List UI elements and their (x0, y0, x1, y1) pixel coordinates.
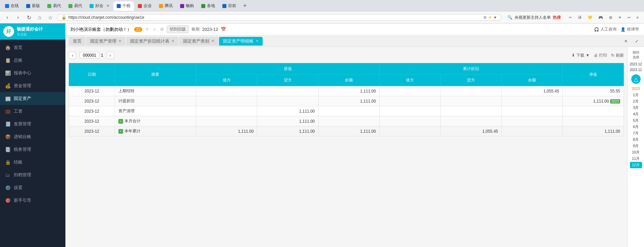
support-button[interactable]: 🎧 人工咨询 (594, 26, 616, 32)
month-item-6[interactable]: 6月 (630, 124, 642, 130)
month-item-7[interactable]: 7月 (630, 130, 642, 136)
month-item-4[interactable]: 4月 (630, 111, 642, 117)
add-icon[interactable]: + (153, 27, 156, 32)
sidebar-item-invoice[interactable]: 🧾 发票管理 (0, 118, 65, 130)
brightness-tool[interactable]: ☀ (616, 15, 624, 20)
page-tab-asset_category[interactable]: 固定资产类别✕ (179, 37, 218, 46)
menu-tool[interactable]: ≡ (635, 15, 641, 20)
browser-tab-tab11[interactable]: 目前 (219, 1, 239, 11)
app-icon: 好 (3, 26, 14, 37)
nav-label-reports: 报表中心 (14, 70, 31, 76)
sidebar-item-archive[interactable]: 🗂 归档管理 (0, 169, 65, 181)
search-bar[interactable]: 🔍 央视更新主持人名单 热搜 (507, 15, 561, 20)
orig-debit (196, 86, 257, 96)
translate-tool[interactable]: 译 (576, 14, 584, 21)
period-date1[interactable]: 2023.12 (630, 62, 642, 67)
row-date: 2023-12 (69, 86, 115, 96)
page-tab-depreciation_stats[interactable]: 固定资产折旧统计表✕ (126, 37, 178, 46)
orig-credit: 1,111.00 (257, 106, 318, 116)
scissors-tool[interactable]: ✂ (567, 15, 574, 20)
download-button[interactable]: ⬇ 下载 ▼ (572, 53, 590, 58)
sidebar-item-close[interactable]: 🔒 结账 (0, 156, 65, 169)
net-value-header: 净值 (562, 63, 624, 86)
month-item-12[interactable]: 12月 (630, 162, 642, 168)
month-item-1[interactable]: 1月 (630, 92, 642, 98)
sidebar-item-reports[interactable]: 📊 报表中心 (0, 67, 65, 79)
page-tab-fixed_asset_mgmt[interactable]: 固定资产管理✕ (86, 37, 125, 46)
original-value-header: 原值 (196, 63, 379, 75)
browser-tab-tab3[interactable]: 易代 (44, 1, 64, 11)
acc-debit (379, 126, 440, 136)
scroll-up-button[interactable]: △ (631, 74, 641, 84)
browser-tab-tab8[interactable]: 腾讯 (156, 1, 176, 11)
orig-balance (318, 116, 379, 126)
nav-icon-close: 🔒 (5, 160, 10, 165)
page-tab-home[interactable]: 首页 (69, 37, 86, 46)
month-item-10[interactable]: 10月 (630, 149, 642, 156)
sidebar-item-fixed_assets[interactable]: 🏢 固定资产 (0, 92, 65, 105)
month-item-3[interactable]: 3月 (630, 105, 642, 111)
game-tool[interactable]: 🎮 (596, 15, 605, 20)
browser-tab-tab2[interactable]: 新版 (23, 1, 43, 11)
sidebar-item-home[interactable]: 🏠 首页 (0, 41, 65, 54)
sidebar-item-guide[interactable]: 🎯 新手引导 (0, 194, 65, 207)
sidebar-item-purchase_sales[interactable]: 📦 进销台账 (0, 130, 65, 143)
month-item-5[interactable]: 5月 (630, 117, 642, 124)
sidebar-item-funds[interactable]: 💰 资金管理 (0, 79, 65, 92)
back-button[interactable]: ‹ (3, 13, 11, 21)
browser-tab-tab1[interactable]: 在线 (2, 1, 22, 11)
home-button[interactable]: ⌂ (36, 13, 44, 21)
settings-icon[interactable]: ⚙ (160, 27, 164, 32)
print-button[interactable]: 🖨 打印 (594, 53, 607, 58)
page-input-field[interactable] (79, 52, 100, 59)
month-item-2[interactable]: 2月 (630, 98, 642, 105)
wallet-tool[interactable]: 💛 (586, 15, 594, 20)
sidebar-item-settings[interactable]: ⚙️ 设置 (0, 181, 65, 194)
date-header: 日期 (69, 63, 115, 86)
forward-button[interactable]: › (14, 13, 22, 21)
close-panel-button[interactable]: ✕ (622, 37, 630, 45)
url-bar[interactable]: 🔒 https://cloud.chanjet.com/accounting/u… (57, 14, 501, 21)
page-tab-asset_detail[interactable]: 固定资产明细账✕ (219, 37, 263, 46)
acc-credit-header: 贷方 (440, 75, 501, 86)
browser-tab-tab10[interactable]: 各地 (198, 1, 218, 11)
undo-tool[interactable]: ↩ (626, 15, 633, 20)
grid-tool[interactable]: ⊞ (607, 15, 614, 20)
user-label: 徐译华 (627, 26, 639, 32)
orig-credit: 1,111.00 (257, 126, 318, 136)
dropdown-icon[interactable]: ▼ (145, 27, 149, 32)
table-row: 2023-12 资产清理 1,111.00 (69, 106, 624, 116)
browser-tab-tab6[interactable]: 个税 (113, 1, 134, 11)
nav-icon-payroll: 💼 (5, 109, 10, 114)
version-switch-button[interactable]: 切到旧版 (167, 25, 189, 33)
next-page-button[interactable]: › (107, 52, 114, 59)
prev-page-button[interactable]: ‹ (69, 52, 76, 59)
sidebar-item-tax[interactable]: 📑 税务管理 (0, 143, 65, 156)
new-tab-button[interactable]: + (240, 1, 250, 11)
calendar-icon[interactable]: 📅 (221, 27, 226, 32)
month-item-11[interactable]: 11月 (630, 156, 642, 162)
browser-tab-tab4[interactable]: 易代 (65, 1, 86, 11)
nav-label-fixed_assets: 固定资产 (14, 96, 31, 102)
bookmark-button[interactable]: ☆ (46, 13, 54, 21)
browser-tab-tab7[interactable]: 企业 (135, 1, 155, 11)
nav-label-invoice: 发票管理 (14, 121, 31, 127)
maximize-panel-button[interactable]: ⤢ (633, 37, 641, 45)
period-date2[interactable]: 2023.12 (630, 67, 642, 72)
nav-icon-purchase_sales: 📦 (5, 134, 10, 139)
refresh-button[interactable]: ↻ 刷新 (611, 53, 624, 58)
row-date: 2023-12 (69, 96, 115, 106)
sidebar-item-ledger[interactable]: 📋 总账 (0, 54, 65, 67)
search-icon: 🔍 (507, 15, 513, 20)
row-icon: + (118, 119, 123, 124)
refresh-button[interactable]: ↻ (25, 13, 33, 21)
browser-tab-tab5[interactable]: 好会 ✕ (86, 1, 113, 11)
month-item-9[interactable]: 9月 (630, 143, 642, 149)
user-button[interactable]: 👤 徐译华 (621, 26, 639, 32)
toolbar-row: ‹ 1 › ⬇ 下载 ▼ 🖨 打印 (69, 50, 624, 60)
browser-tab-tab9[interactable]: 畅购 (177, 1, 197, 11)
sidebar-item-payroll[interactable]: 💼 工资 (0, 105, 65, 118)
month-item-8[interactable]: 8月 (630, 136, 642, 143)
acc-debit (379, 86, 440, 96)
search-text: 央视更新主持人名单 (515, 15, 551, 20)
